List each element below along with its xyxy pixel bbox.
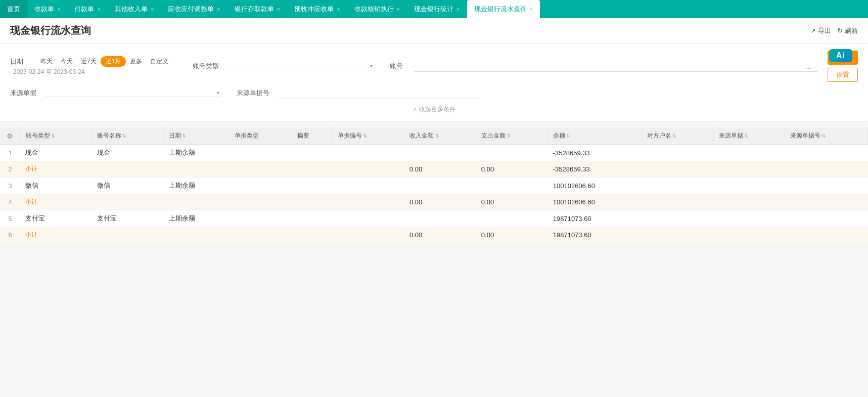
close-bank-deposit-icon[interactable]: × [277,0,280,18]
table-header-row: ⚙ 账号类型⇅ 账号名称⇅ 日期⇅ 单据类型 摘要 单据编号⇅ 收入金额⇅ [0,127,868,145]
collapse-up-icon: ∧ [413,106,419,113]
source-filter-row: 来源单据 ▾ 来源单据号 [10,87,858,99]
close-adjustment-icon[interactable]: × [217,0,220,18]
account-no-dots-button[interactable]: ... [805,62,811,70]
nav-receipt[interactable]: 收款单 × [27,0,67,18]
date-yesterday[interactable]: 昨天 [36,56,57,67]
cell-source-doc [713,145,785,161]
col-expense[interactable]: 支出金额⇅ [476,127,548,145]
table-row: 4小计0.000.00100102606.60 [0,194,868,210]
cell-income: 0.00 [404,194,476,210]
cell-account-name [92,194,164,210]
cell-expense: 0.00 [476,194,548,210]
nav-payment[interactable]: 付款单 × [67,0,107,18]
col-source-doc-no[interactable]: 来源单据号⇅ [785,127,868,145]
cell-doc-type [229,178,292,194]
col-counterparty[interactable]: 对方户名⇅ [642,127,713,145]
account-no-field: ... [414,61,817,72]
source-doc-no-input[interactable] [278,87,480,99]
sort-source-doc-icon: ⇅ [744,133,748,139]
cell-source-doc [713,194,785,210]
close-receipt-icon[interactable]: × [57,0,60,18]
col-balance[interactable]: 余额⇅ [548,127,642,145]
close-other-income-icon[interactable]: × [151,0,154,18]
table-body: 1现金现金上期余额-3528659.332小计0.000.00-3528659.… [0,145,868,243]
column-settings-icon[interactable]: ⚙ [7,132,13,140]
col-account-name[interactable]: 账号名称⇅ [92,127,164,145]
col-source-doc[interactable]: 来源单据⇅ [713,127,785,145]
cell-balance: -3528659.33 [548,145,642,161]
date-range-display: 2023-02-24 至 2023-03-24 [13,68,172,76]
date-7days[interactable]: 近7天 [77,56,101,67]
date-1month[interactable]: 近1月 [101,56,126,67]
sort-counterparty-icon: ⇅ [672,133,676,139]
date-today[interactable]: 今天 [57,56,77,67]
table-row: 1现金现金上期余额-3528659.33 [0,145,868,161]
ai-badge[interactable]: Ai [829,49,852,62]
nav-bank-deposit[interactable]: 银行存取款单 × [227,0,287,18]
cell-counterparty [642,178,713,194]
account-type-select[interactable]: ▾ [223,62,375,70]
source-doc-group: 来源单据 ▾ [10,89,221,98]
col-date[interactable]: 日期⇅ [164,127,229,145]
cell-source-doc [713,178,785,194]
col-doc-no[interactable]: 单据编号⇅ [333,127,404,145]
cell-doc-type [229,194,292,210]
close-verify-icon[interactable]: × [397,0,400,18]
cell-account-name: 现金 [92,145,164,161]
cell-source-doc [713,227,785,243]
table-row: 5支付宝支付宝上期余额19871073.60 [0,210,868,227]
export-icon: ↗ [810,27,816,34]
nav-other-income[interactable]: 其他收入单 × [108,0,161,18]
cell-doc-no [333,194,404,210]
cell-balance: -3528659.33 [548,161,642,178]
cell-doc-type [229,161,292,178]
page-header: 现金银行流水查询 ↗ 导出 ↻ 刷新 [0,18,868,43]
close-payment-icon[interactable]: × [97,0,100,18]
cell-source-doc-no [785,178,868,194]
col-summary: 摘要 [292,127,333,145]
row-num: 2 [0,161,20,178]
filter-area: 日期 昨天 今天 近7天 近1月 更多 自定义 2023-02-24 至 202… [0,43,868,121]
refresh-button[interactable]: ↻ 刷新 [837,26,858,35]
nav-advance[interactable]: 预收冲应收单 × [287,0,347,18]
nav-home[interactable]: 首页 [0,0,27,18]
collapse-bar[interactable]: ∧ 收起更多条件 [10,103,858,116]
close-advance-icon[interactable]: × [337,0,340,18]
col-income[interactable]: 收入金额⇅ [404,127,476,145]
cell-counterparty [642,210,713,227]
cell-source-doc-no [785,145,868,161]
cell-counterparty [642,227,713,243]
cell-account-type: 小计 [20,194,92,210]
row-num: 3 [0,178,20,194]
cell-source-doc [713,161,785,178]
cell-summary [292,145,333,161]
col-account-type[interactable]: 账号类型⇅ [20,127,92,145]
cell-balance: 19871073.60 [548,227,642,243]
cell-source-doc-no [785,210,868,227]
cell-income: 0.00 [404,161,476,178]
cell-source-doc-no [785,194,868,210]
sort-doc-no-icon: ⇅ [363,133,367,139]
cell-account-name [92,161,164,178]
cell-source-doc-no [785,161,868,178]
close-cash-flow-icon[interactable]: × [530,0,533,18]
nav-verify[interactable]: 收款核销执行 × [347,0,407,18]
cell-expense [476,210,548,227]
export-button[interactable]: ↗ 导出 [810,26,831,35]
cell-doc-type [229,145,292,161]
source-doc-select[interactable]: ▾ [44,89,221,97]
cell-date [164,227,229,243]
date-filter-row: 日期 昨天 今天 近7天 近1月 更多 自定义 2023-02-24 至 202… [10,51,858,82]
nav-cash-stat[interactable]: 现金银行统计 × [407,0,467,18]
date-custom[interactable]: 自定义 [146,56,172,67]
nav-cash-flow[interactable]: 现金银行流水查询 × [467,0,540,18]
cell-income [404,145,476,161]
close-cash-stat-icon[interactable]: × [456,0,460,18]
nav-adjustment[interactable]: 应收应付调整单 × [161,0,227,18]
col-doc-type: 单据类型 [229,127,292,145]
sort-account-type-icon: ⇅ [51,133,55,139]
settings-button[interactable]: 设置 [828,68,858,82]
date-more[interactable]: 更多 [126,56,146,67]
sort-source-doc-no-icon: ⇅ [821,133,826,139]
